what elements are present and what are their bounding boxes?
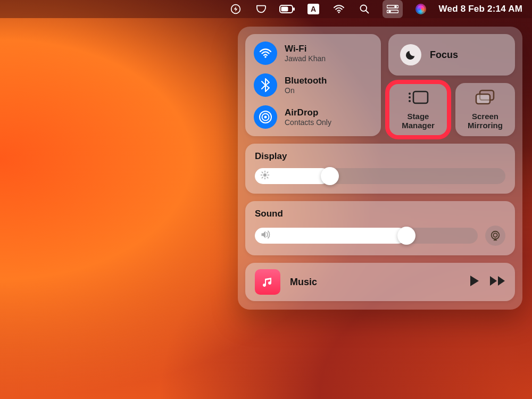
screen-mirroring-button[interactable]: Screen Mirroring — [455, 83, 515, 136]
svg-point-13 — [264, 56, 267, 58]
screen-mirroring-label: Screen Mirroring — [468, 112, 503, 130]
shape-icon[interactable] — [254, 0, 269, 18]
sound-slider-knob[interactable] — [397, 227, 415, 245]
svg-line-28 — [262, 172, 263, 173]
svg-point-10 — [394, 5, 397, 8]
display-slider-knob[interactable] — [321, 167, 339, 185]
sound-slider[interactable] — [255, 228, 478, 244]
svg-point-23 — [263, 173, 267, 177]
svg-rect-2 — [281, 7, 288, 12]
display-label: Display — [255, 151, 505, 162]
svg-point-12 — [388, 10, 391, 13]
input-source-icon[interactable]: A — [306, 0, 321, 18]
airdrop-status: Contacts Only — [285, 118, 331, 127]
music-app-icon — [255, 269, 280, 295]
svg-line-31 — [267, 172, 268, 173]
svg-point-19 — [409, 100, 411, 102]
svg-rect-22 — [476, 94, 490, 104]
stage-manager-button[interactable]: Stage Manager — [388, 83, 448, 136]
svg-point-33 — [493, 233, 497, 237]
airdrop-title: AirDrop — [285, 107, 331, 118]
display-slider-fill — [255, 168, 330, 184]
screen-mirroring-icon — [475, 89, 496, 107]
wifi-icon — [254, 41, 277, 65]
wifi-toggle[interactable]: Wi-Fi Jawad Khan — [254, 41, 372, 65]
svg-point-18 — [409, 96, 411, 98]
music-label: Music — [290, 277, 460, 288]
sound-slider-fill — [255, 228, 406, 244]
svg-point-32 — [492, 231, 500, 239]
svg-rect-20 — [413, 92, 428, 103]
moon-icon — [400, 44, 421, 65]
control-center-panel: Wi-Fi Jawad Khan Bluetooth On AirDrop — [238, 27, 522, 310]
bluetooth-status: On — [285, 86, 327, 95]
connectivity-card: Wi-Fi Jawad Khan Bluetooth On AirDrop — [245, 34, 381, 136]
svg-line-8 — [365, 11, 368, 13]
focus-label: Focus — [430, 49, 458, 61]
focus-button[interactable]: Focus — [388, 34, 515, 76]
spotlight-icon[interactable] — [357, 0, 372, 18]
airdrop-toggle[interactable]: AirDrop Contacts Only — [254, 105, 372, 129]
menubar-datetime[interactable]: Wed 8 Feb 2:14 AM — [439, 0, 522, 18]
wifi-menubar-icon[interactable] — [331, 0, 346, 18]
bluetooth-title: Bluetooth — [285, 76, 327, 86]
menu-bar: A Wed 8 Feb 2:14 AM — [0, 0, 532, 18]
svg-line-30 — [262, 177, 263, 178]
display-card: Display — [245, 144, 515, 194]
svg-line-29 — [267, 177, 268, 178]
bluetooth-toggle[interactable]: Bluetooth On — [254, 73, 372, 97]
svg-text:A: A — [311, 5, 316, 13]
fast-charge-icon[interactable] — [228, 0, 243, 18]
svg-point-16 — [264, 116, 267, 119]
svg-rect-3 — [293, 7, 295, 11]
brightness-icon — [260, 170, 270, 182]
stage-manager-label: Stage Manager — [402, 112, 435, 130]
control-center-menubar-icon[interactable] — [383, 0, 403, 18]
play-button[interactable] — [469, 275, 480, 289]
airplay-audio-button[interactable] — [485, 226, 505, 246]
now-playing-card[interactable]: Music — [245, 263, 515, 301]
battery-icon[interactable] — [279, 0, 295, 18]
svg-point-6 — [338, 12, 339, 13]
siri-icon[interactable] — [413, 0, 428, 18]
svg-point-17 — [409, 93, 411, 95]
display-slider[interactable] — [255, 168, 505, 184]
stage-manager-icon — [406, 89, 430, 107]
sound-label: Sound — [255, 209, 505, 219]
wifi-status: Jawad Khan — [285, 54, 326, 63]
sound-card: Sound — [245, 201, 515, 255]
wifi-title: Wi-Fi — [285, 44, 326, 54]
bluetooth-icon — [254, 73, 277, 97]
volume-icon — [260, 230, 271, 242]
airdrop-icon — [254, 105, 277, 129]
next-track-button[interactable] — [489, 276, 505, 288]
